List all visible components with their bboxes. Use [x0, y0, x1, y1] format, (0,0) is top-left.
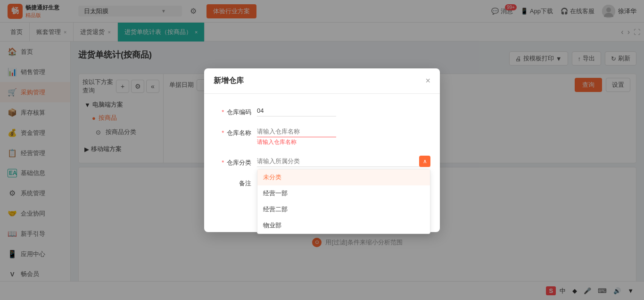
dropdown-item-ops1[interactable]: 经营一部 [257, 185, 430, 201]
dialog-body: * 仓库编码 * 仓库名称 请输入仓库名称 [204, 94, 440, 205]
name-field-wrap: 请输入仓库名称 [257, 126, 430, 146]
category-dropdown-list: 未分类 经营一部 经营二部 物业部 [257, 169, 430, 234]
dialog-title: 新增仓库 [214, 76, 244, 86]
dropdown-item-property[interactable]: 物业部 [257, 217, 430, 233]
dropdown-item-ops2[interactable]: 经营二部 [257, 201, 430, 217]
category-dropdown-button[interactable]: ∧ [419, 156, 430, 167]
dialog-overlay: 新增仓库 × * 仓库编码 * 仓库名称 [0, 0, 644, 300]
required-mark-cat: * [222, 159, 224, 166]
name-label: * 仓库名称 [214, 126, 251, 137]
dialog-close-button[interactable]: × [425, 76, 430, 85]
name-error-msg: 请输入仓库名称 [257, 138, 430, 146]
required-mark-name: * [222, 129, 224, 136]
dialog-header: 新增仓库 × [204, 68, 440, 94]
note-label: 备注 [214, 176, 251, 188]
dropdown-item-unclassified[interactable]: 未分类 [257, 169, 430, 185]
form-row-name: * 仓库名称 请输入仓库名称 [214, 126, 430, 146]
code-field-wrap [257, 105, 430, 117]
form-row-code: * 仓库编码 [214, 105, 430, 117]
name-input[interactable] [257, 126, 336, 137]
category-label: * 仓库分类 [214, 156, 251, 167]
code-input[interactable] [257, 105, 336, 117]
category-input[interactable] [257, 156, 430, 167]
category-field-wrap: ∧ 未分类 经营一部 经营二部 物业部 [257, 156, 430, 167]
form-row-category: * 仓库分类 ∧ 未分类 经营一部 经营二部 [214, 156, 430, 167]
required-mark: * [222, 108, 224, 116]
code-label: * 仓库编码 [214, 105, 251, 117]
dialog-new-warehouse: 新增仓库 × * 仓库编码 * 仓库名称 [204, 68, 440, 232]
